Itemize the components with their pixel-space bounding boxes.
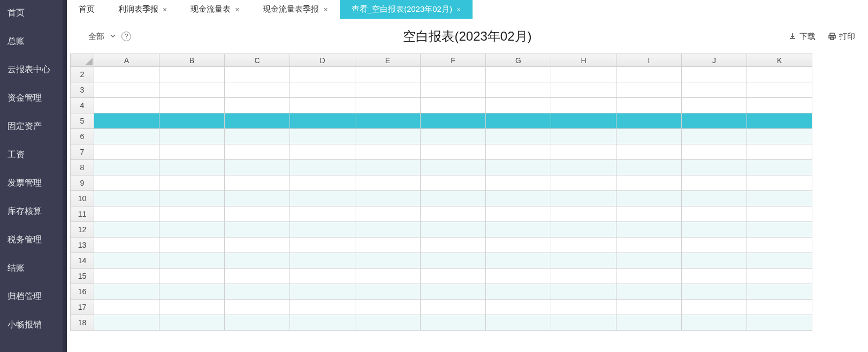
cell-F8[interactable]	[421, 160, 486, 175]
cell-I5[interactable]	[616, 113, 682, 129]
cell-A8[interactable]	[94, 160, 159, 175]
cell-E10[interactable]	[355, 191, 421, 206]
cell-B2[interactable]	[159, 67, 225, 82]
cell-B11[interactable]	[159, 206, 225, 222]
cell-A13[interactable]	[94, 238, 159, 253]
row-header-8[interactable]: 8	[71, 160, 94, 175]
cell-I3[interactable]	[616, 82, 682, 98]
cell-J8[interactable]	[682, 160, 747, 175]
cell-G4[interactable]	[486, 98, 551, 113]
cell-E13[interactable]	[355, 238, 421, 253]
cell-E18[interactable]	[355, 315, 421, 331]
row-header-3[interactable]: 3	[71, 82, 94, 98]
sidebar-scrollbar[interactable]	[63, 0, 67, 352]
cell-E7[interactable]	[355, 144, 421, 160]
cell-D12[interactable]	[290, 222, 355, 238]
col-header-A[interactable]: A	[94, 54, 159, 67]
cell-K9[interactable]	[747, 175, 812, 191]
col-header-E[interactable]: E	[355, 54, 421, 67]
cell-G15[interactable]	[486, 269, 551, 284]
cell-H17[interactable]	[551, 300, 616, 315]
cell-J4[interactable]	[682, 98, 747, 113]
cell-C5[interactable]	[225, 113, 290, 129]
cell-H10[interactable]	[551, 191, 616, 206]
cell-G12[interactable]	[486, 222, 551, 238]
sidebar-item-5[interactable]: 工资	[0, 141, 67, 169]
cell-I6[interactable]	[616, 129, 682, 144]
col-header-B[interactable]: B	[159, 54, 225, 67]
cell-A9[interactable]	[94, 175, 159, 191]
cell-F12[interactable]	[421, 222, 486, 238]
cell-J2[interactable]	[682, 67, 747, 82]
cell-I18[interactable]	[616, 315, 682, 331]
sidebar-item-11[interactable]: 小畅报销	[0, 311, 67, 339]
tab-3[interactable]: 现金流量表季报×	[251, 0, 339, 19]
cell-B15[interactable]	[159, 269, 225, 284]
cell-C9[interactable]	[225, 175, 290, 191]
cell-C17[interactable]	[225, 300, 290, 315]
cell-J12[interactable]	[682, 222, 747, 238]
cell-F10[interactable]	[421, 191, 486, 206]
cell-B10[interactable]	[159, 191, 225, 206]
cell-E16[interactable]	[355, 284, 421, 300]
sheet-corner[interactable]	[71, 54, 94, 67]
cell-I8[interactable]	[616, 160, 682, 175]
cell-G6[interactable]	[486, 129, 551, 144]
sidebar-item-2[interactable]: 云报表中心	[0, 56, 67, 84]
cell-E2[interactable]	[355, 67, 421, 82]
cell-H5[interactable]	[551, 113, 616, 129]
cell-G3[interactable]	[486, 82, 551, 98]
cell-K2[interactable]	[747, 67, 812, 82]
cell-I4[interactable]	[616, 98, 682, 113]
cell-F7[interactable]	[421, 144, 486, 160]
cell-D8[interactable]	[290, 160, 355, 175]
row-header-15[interactable]: 15	[71, 269, 94, 284]
cell-K8[interactable]	[747, 160, 812, 175]
col-header-I[interactable]: I	[616, 54, 682, 67]
cell-C7[interactable]	[225, 144, 290, 160]
cell-G16[interactable]	[486, 284, 551, 300]
cell-K13[interactable]	[747, 238, 812, 253]
cell-D14[interactable]	[290, 253, 355, 269]
cell-H11[interactable]	[551, 206, 616, 222]
row-header-17[interactable]: 17	[71, 300, 94, 315]
cell-A16[interactable]	[94, 284, 159, 300]
cell-D9[interactable]	[290, 175, 355, 191]
cell-G5[interactable]	[486, 113, 551, 129]
cell-H15[interactable]	[551, 269, 616, 284]
cell-C15[interactable]	[225, 269, 290, 284]
cell-I13[interactable]	[616, 238, 682, 253]
close-icon[interactable]: ×	[163, 5, 167, 14]
cell-C2[interactable]	[225, 67, 290, 82]
cell-D10[interactable]	[290, 191, 355, 206]
cell-K3[interactable]	[747, 82, 812, 98]
cell-I9[interactable]	[616, 175, 682, 191]
cell-K7[interactable]	[747, 144, 812, 160]
cell-K12[interactable]	[747, 222, 812, 238]
cell-G7[interactable]	[486, 144, 551, 160]
cell-D6[interactable]	[290, 129, 355, 144]
print-button[interactable]: 打印	[827, 32, 855, 42]
tab-0[interactable]: 首页	[67, 0, 106, 19]
row-header-9[interactable]: 9	[71, 175, 94, 191]
cell-E15[interactable]	[355, 269, 421, 284]
sidebar-item-9[interactable]: 结账	[0, 254, 67, 282]
cell-C13[interactable]	[225, 238, 290, 253]
help-icon[interactable]: ?	[121, 32, 131, 41]
cell-J7[interactable]	[682, 144, 747, 160]
row-header-18[interactable]: 18	[71, 315, 94, 331]
cell-G11[interactable]	[486, 206, 551, 222]
cell-A6[interactable]	[94, 129, 159, 144]
cell-F13[interactable]	[421, 238, 486, 253]
cell-A4[interactable]	[94, 98, 159, 113]
cell-A11[interactable]	[94, 206, 159, 222]
cell-D5[interactable]	[290, 113, 355, 129]
row-header-4[interactable]: 4	[71, 98, 94, 113]
row-header-12[interactable]: 12	[71, 222, 94, 238]
cell-C11[interactable]	[225, 206, 290, 222]
cell-G17[interactable]	[486, 300, 551, 315]
cell-B7[interactable]	[159, 144, 225, 160]
cell-E5[interactable]	[355, 113, 421, 129]
row-header-11[interactable]: 11	[71, 206, 94, 222]
cell-A18[interactable]	[94, 315, 159, 331]
